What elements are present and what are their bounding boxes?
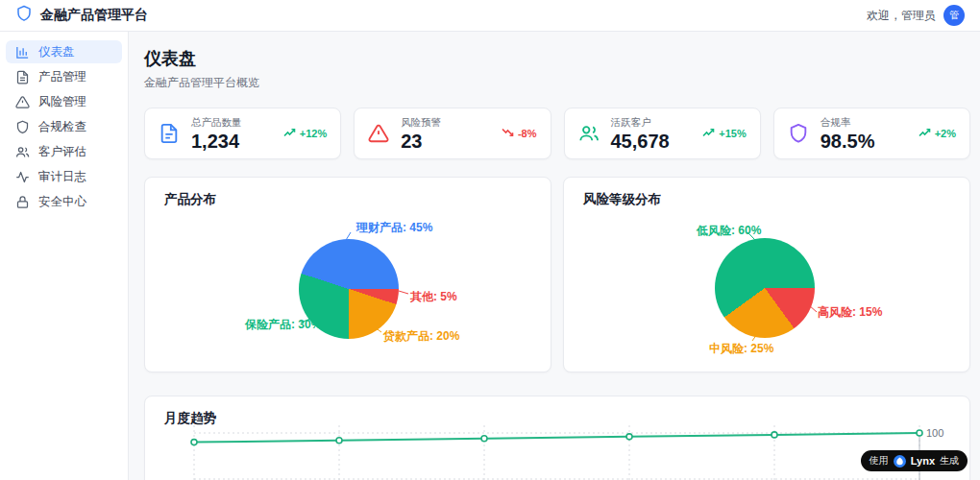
stat-value: 1,234 xyxy=(191,131,242,152)
stat-value: 23 xyxy=(401,131,441,152)
risk-level-distribution-card: 风险等级分布 低风险: 60% 高风险: 15% 中风险: 25% xyxy=(563,177,970,372)
product-distribution-card: 产品分布 理财产品: 45% 其他: 5% 保险产品: 30% 贷款产品: 20… xyxy=(144,177,551,372)
lock-icon xyxy=(15,195,30,209)
pie-slice-label: 其他: 5% xyxy=(410,289,457,305)
lynx-badge[interactable]: 使用 Lynx 生成 xyxy=(861,450,968,471)
sidebar: 仪表盘 产品管理 风险管理 合规检查 客户评估 审计日志 安全中心 xyxy=(0,32,129,480)
stat-value: 45,678 xyxy=(611,131,670,152)
pie-slice-label: 保险产品: 30% xyxy=(245,317,321,333)
svg-text:100: 100 xyxy=(926,427,943,439)
shield-logo-icon xyxy=(15,5,33,26)
sidebar-item-products[interactable]: 产品管理 xyxy=(6,65,122,88)
stat-card-total-products: 总产品数量 1,234 +12% xyxy=(144,108,341,159)
shield-icon xyxy=(15,120,30,134)
sidebar-item-label: 风险管理 xyxy=(38,94,86,110)
stat-trend: +15% xyxy=(702,128,746,139)
pie-slice-label: 低风险: 60% xyxy=(697,223,761,239)
pie-slice-label: 中风险: 25% xyxy=(709,341,773,357)
charts-row: 产品分布 理财产品: 45% 其他: 5% 保险产品: 30% 贷款产品: 20… xyxy=(144,177,970,372)
trending-up-icon xyxy=(283,128,296,139)
shield-icon xyxy=(788,123,809,144)
avatar[interactable]: 管 xyxy=(943,5,965,26)
pie-slice-label: 高风险: 15% xyxy=(818,304,882,321)
app-title: 金融产品管理平台 xyxy=(40,7,148,24)
sidebar-item-label: 审计日志 xyxy=(38,169,86,185)
sidebar-item-security[interactable]: 安全中心 xyxy=(6,190,122,213)
sidebar-item-audit[interactable]: 审计日志 xyxy=(6,165,122,188)
welcome-text: 欢迎，管理员 xyxy=(867,8,936,24)
sidebar-item-label: 合规检查 xyxy=(38,119,86,135)
monthly-trend-card: 月度趋势 100 xyxy=(144,396,970,480)
chart-title: 风险等级分布 xyxy=(583,191,950,208)
sidebar-item-label: 产品管理 xyxy=(38,69,86,85)
stat-value: 98.5% xyxy=(821,131,875,152)
sidebar-item-compliance[interactable]: 合规检查 xyxy=(6,115,122,138)
badge-prefix: 使用 xyxy=(870,454,889,468)
alert-triangle-icon xyxy=(15,95,30,109)
stat-trend: +12% xyxy=(283,128,327,139)
stat-card-risk-alerts: 风险预警 23 -8% xyxy=(354,108,551,159)
monthly-trend-chart[interactable]: 100 xyxy=(145,396,971,480)
lynx-logo-icon xyxy=(894,455,906,468)
stat-label: 总产品数量 xyxy=(191,116,242,130)
chart-title: 产品分布 xyxy=(164,191,531,208)
users-icon xyxy=(578,123,600,144)
users-icon xyxy=(15,145,30,159)
pie-slice-label: 贷款产品: 20% xyxy=(383,328,459,345)
bar-chart-icon xyxy=(15,45,30,60)
pie-slice-label: 理财产品: 45% xyxy=(356,220,432,236)
risk-level-pie[interactable] xyxy=(715,238,815,338)
activity-icon xyxy=(15,170,30,184)
app-header: 金融产品管理平台 欢迎，管理员 管 xyxy=(0,0,980,32)
main-content: 仪表盘 金融产品管理平台概览 总产品数量 1,234 +12% 风 xyxy=(129,32,980,480)
trending-up-icon xyxy=(919,128,931,139)
document-icon xyxy=(15,70,30,84)
sidebar-item-customers[interactable]: 客户评估 xyxy=(6,140,122,163)
stat-label: 风险预警 xyxy=(401,116,441,130)
stat-label: 活跃客户 xyxy=(611,116,670,130)
sidebar-item-label: 仪表盘 xyxy=(38,44,75,60)
badge-suffix: 生成 xyxy=(940,454,959,468)
page-subtitle: 金融产品管理平台概览 xyxy=(144,75,970,91)
stat-trend: +2% xyxy=(919,128,956,139)
sidebar-item-label: 客户评估 xyxy=(38,144,86,160)
trending-down-icon xyxy=(502,128,514,139)
sidebar-item-dashboard[interactable]: 仪表盘 xyxy=(6,40,122,63)
sidebar-item-risk[interactable]: 风险管理 xyxy=(6,90,122,113)
badge-brand: Lynx xyxy=(911,455,935,467)
stats-row: 总产品数量 1,234 +12% 风险预警 23 - xyxy=(144,108,970,159)
sidebar-item-label: 安全中心 xyxy=(38,194,86,210)
alert-triangle-icon xyxy=(368,123,389,144)
trending-up-icon xyxy=(702,128,715,139)
stat-label: 合规率 xyxy=(821,116,875,130)
document-icon xyxy=(159,123,180,144)
brand: 金融产品管理平台 xyxy=(15,5,148,26)
stat-trend: -8% xyxy=(502,128,537,139)
stat-card-active-customers: 活跃客户 45,678 +15% xyxy=(564,108,761,159)
page-title: 仪表盘 xyxy=(144,47,970,70)
stat-card-compliance-rate: 合规率 98.5% +2% xyxy=(773,108,970,159)
